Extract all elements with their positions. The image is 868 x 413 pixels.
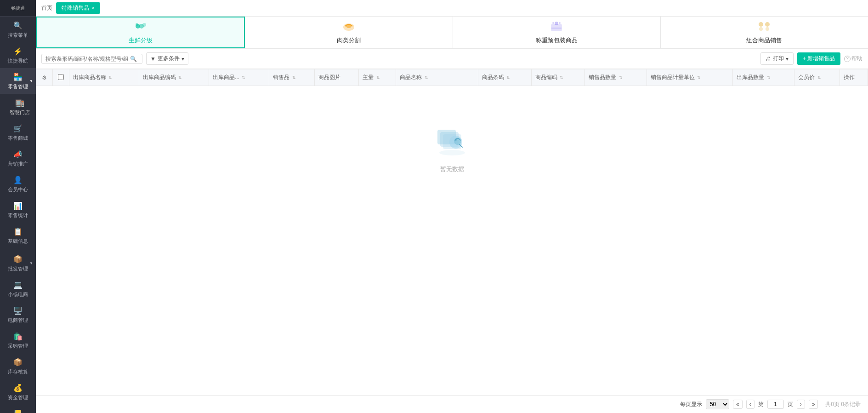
combo-sales-label: 组合商品销售 [746,36,782,45]
empty-icon [434,123,471,160]
th-label: 出库商品编码 [143,74,176,80]
th-sale-unit[interactable]: 销售商品计量单位 ⇅ [647,69,733,86]
pagination: 每页显示 50 10 20 100 « ‹ 第 页 › » 共0页 0条记录 [36,395,868,413]
sidebar-item-mini-ecom[interactable]: 💻 小畅电商 [0,276,36,302]
th-out-product-name[interactable]: 出库商品名称 ⇅ [69,69,139,86]
sidebar-item-label: 搜索菜单 [8,32,28,39]
sidebar-item-general-ledger[interactable]: 📒 总账管理 [0,405,36,413]
search-input[interactable] [45,56,128,62]
th-checkbox[interactable] [53,69,69,86]
th-label: 出库品数量 [737,74,764,80]
sidebar-item-label: 资金管理 [8,394,28,401]
toolbar-left: 🔍 ▼ 更多条件 ▾ [41,52,188,65]
th-label: 主量 [363,74,374,80]
sidebar-item-basic-info[interactable]: 📋 基础信息 [0,223,36,248]
sidebar-item-search[interactable]: 🔍 搜索菜单 [0,17,36,42]
per-page-select[interactable]: 50 10 20 100 [706,399,729,409]
sidebar-item-label: 基础信息 [8,238,28,245]
svg-point-3 [136,23,138,26]
page-unit: 页 [788,401,793,408]
help-button[interactable]: ? 帮助 [844,55,862,63]
filter-arrow-icon: ▾ [182,56,184,62]
sidebar-item-retail-mall[interactable]: 🛒 零售商城 [0,120,36,145]
th-label: 出库商品... [213,74,239,80]
first-page-button[interactable]: « [733,400,743,409]
sidebar-item-finance[interactable]: 💰 资金管理 [0,379,36,405]
category-tab-weight-pack[interactable]: 称重预包装商品 [453,17,661,48]
th-label: 操作 [844,74,855,80]
search-icon: 🔍 [13,21,23,30]
print-button[interactable]: 🖨 打印 ▾ [760,52,794,65]
filter-button[interactable]: ▼ 更多条件 ▾ [146,52,188,65]
th-settings[interactable]: ⚙ [36,69,53,86]
mini-ecom-icon: 💻 [13,281,23,289]
active-tab[interactable]: 特殊销售品 × [56,2,100,14]
sidebar-item-label: 会员中心 [8,186,28,193]
ledger-icon: 📒 [13,409,23,413]
th-sale-qty[interactable]: 销售品数量 ⇅ [585,69,647,86]
fresh-grade-icon [134,21,147,34]
sidebar-item-label: 库存核算 [8,368,28,375]
products-table: ⚙ 出库商品名称 ⇅ 出库商品编码 ⇅ 出库商品... [36,69,868,210]
sidebar-item-label: 零售统计 [8,212,28,219]
th-product-code[interactable]: 商品编码 ⇅ [531,69,584,86]
new-sale-product-button[interactable]: + 新增销售品 [797,52,840,65]
smart-store-icon: 🏬 [15,98,24,107]
th-product-image[interactable]: 商品图片 [314,69,359,86]
prev-page-button[interactable]: ‹ [746,400,755,409]
last-page-button[interactable]: » [809,400,818,409]
sidebar-item-label: 营销推广 [8,161,28,167]
th-member-price[interactable]: 会员价 ⇅ [794,69,840,86]
next-page-button[interactable]: › [797,400,805,409]
sort-icon: ⇅ [376,75,380,80]
category-tabs: 生鲜分级 肉类分割 称重预包装商 [36,17,868,49]
sidebar-item-member[interactable]: 👤 会员中心 [0,171,36,197]
close-tab-icon[interactable]: × [92,6,95,11]
th-label: 商品条码 [482,74,504,80]
table-body: 暂无数据 [36,86,868,211]
th-out-product-x[interactable]: 出库商品... ⇅ [209,69,269,86]
svg-point-7 [555,22,558,25]
category-tab-meat-cut[interactable]: 肉类分割 [245,17,453,48]
meat-cut-label: 肉类分割 [337,36,361,45]
sidebar-item-inventory[interactable]: 📦 库存核算 [0,353,36,379]
th-out-product-code[interactable]: 出库商品编码 ⇅ [139,69,209,86]
sidebar-item-batch[interactable]: 📦 批发管理 [0,250,36,276]
category-tab-combo-sales[interactable]: 组合商品销售 [661,17,868,48]
ecom-mgmt-icon: 🖥️ [13,306,23,315]
finance-icon: 💰 [13,384,23,392]
svg-rect-6 [551,24,562,31]
th-main-weight[interactable]: 主量 ⇅ [359,69,396,86]
home-link[interactable]: 首页 [41,4,52,12]
select-all-checkbox[interactable] [58,74,64,80]
th-sale-product[interactable]: 销售品 ⇅ [269,69,315,86]
sort-icon: ⇅ [242,75,245,80]
sidebar-item-ecom-mgmt[interactable]: 🖥️ 电商管理 [0,302,36,327]
category-tab-fresh-grade[interactable]: 生鲜分级 [36,17,245,48]
th-label: 会员价 [798,74,815,80]
sidebar-item-marketing[interactable]: 📣 营销推广 [0,145,36,171]
per-page-label: 每页显示 [680,401,702,408]
sidebar-item-label: 快捷导航 [8,57,28,64]
th-out-qty[interactable]: 出库品数量 ⇅ [733,69,794,86]
sort-icon: ⇅ [697,75,701,80]
page-input[interactable] [767,400,784,409]
sidebar-item-retail[interactable]: 🏪 零售管理 [0,68,36,94]
svg-point-12 [765,22,770,27]
combo-sales-icon [757,21,771,34]
page-label: 第 [758,401,764,408]
sidebar-item-retail-stats[interactable]: 📊 零售统计 [0,197,36,223]
th-product-name[interactable]: 商品名称 ⇅ [396,69,478,86]
sidebar-item-smart-store[interactable]: 🏬 智慧门店 [0,94,36,120]
filter-icon: ▼ [150,56,156,62]
sidebar-item-purchase[interactable]: 🛍️ 采购管理 [0,327,36,353]
sidebar-item-quicknav[interactable]: ⚡ 快捷导航 [0,42,36,68]
table-header-row: ⚙ 出库商品名称 ⇅ 出库商品编码 ⇅ 出库商品... [36,69,868,86]
th-label: 商品编码 [535,74,557,80]
svg-point-14 [766,27,769,31]
search-icon: 🔍 [130,56,137,62]
topbar: 首页 特殊销售品 × [36,0,868,17]
th-product-barcode[interactable]: 商品条码 ⇅ [478,69,531,86]
svg-point-13 [759,27,763,31]
svg-point-2 [142,23,146,27]
